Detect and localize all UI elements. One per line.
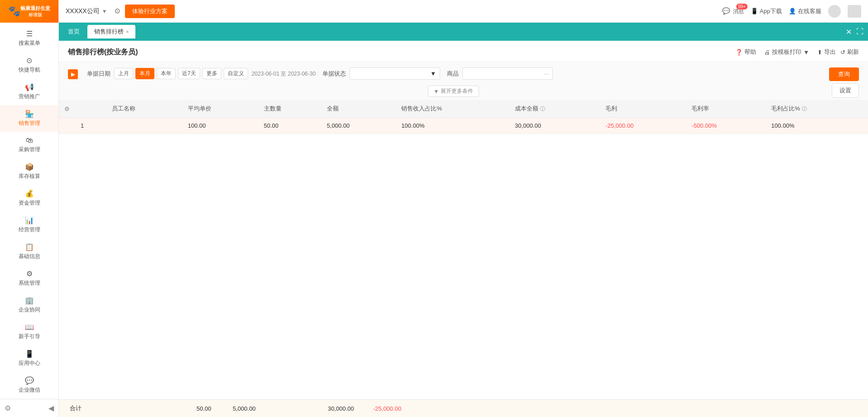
date-btn-curr-month[interactable]: 本月 <box>135 68 154 79</box>
footer-cost: 30,000.00 <box>322 405 368 412</box>
sidebar-label-finance: 资金管理 <box>19 199 40 207</box>
table-container: ⚙ 员工名称 平均单价 主数量 全额 销售收入占比% 成本全额 ⓘ 毛利 毛利率… <box>59 100 868 399</box>
tab-close-icon[interactable]: × <box>126 29 129 34</box>
tab-sales-ranking[interactable]: 销售排行榜 × <box>87 25 135 38</box>
page-header: 销售排行榜(按业务员) ❓ 帮助 🖨 按模板打印 ▼ ⬆ 导出 ↺ 刷新 <box>59 41 868 62</box>
filter-toggle-button[interactable]: ▶ <box>68 69 78 79</box>
status-filter: 单据状态 ▼ <box>322 67 440 80</box>
topbar-settings-icon[interactable]: ⚙ <box>114 7 120 15</box>
trial-button[interactable]: 体验行业方案 <box>125 5 175 18</box>
topbar-right: 💬 99+ 消息 📱 App下载 👤 在线客服 <box>722 5 861 18</box>
footer-label: 合计 <box>64 404 155 412</box>
sidebar-label-quick-nav: 快捷导航 <box>19 66 40 74</box>
date-btn-custom[interactable]: 自定义 <box>224 68 248 79</box>
online-service-button[interactable]: 👤 在线客服 <box>789 7 821 15</box>
cell-main-qty: 50.00 <box>259 118 321 134</box>
date-btn-prev-month[interactable]: 上月 <box>114 68 133 79</box>
avatar[interactable] <box>828 5 841 18</box>
sidebar-item-basic-info[interactable]: 📋基础信息 <box>0 238 58 265</box>
company-name: XXXXX公司 <box>66 7 100 15</box>
table-footer: 合计 50.00 5,000.00 30,000.00 -25,000.00 <box>59 399 868 417</box>
date-btn-curr-year[interactable]: 本年 <box>157 68 176 79</box>
tabbar-maximize-icon[interactable]: ⛶ <box>856 28 863 36</box>
print-chevron-icon: ▼ <box>803 49 809 56</box>
footer-main-qty: 50.00 <box>191 405 227 412</box>
sidebar-settings-icon[interactable]: ⚙ <box>5 404 11 412</box>
message-button[interactable]: 💬 99+ 消息 <box>722 7 744 15</box>
date-range: 2023-06-01 至 2023-06-30 <box>252 70 316 78</box>
print-label: 按模板打印 <box>772 48 801 56</box>
status-label: 单据状态 <box>322 70 346 78</box>
sidebar-item-finance[interactable]: 💰资金管理 <box>0 185 58 211</box>
sidebar-icon-quick-nav: ⊙ <box>26 56 32 65</box>
sidebar-label-marketing: 营销推广 <box>19 93 40 101</box>
sidebar-collapse-icon[interactable]: ◀ <box>48 404 54 412</box>
help-icon: ❓ <box>735 49 743 56</box>
cost-info-icon: ⓘ <box>540 106 545 111</box>
tabbar: 首页 销售排行榜 × ✕ ⛶ <box>59 23 868 41</box>
cell-avg-price: 100.00 <box>182 118 259 134</box>
col-profit-pct: 毛利占比% ⓘ <box>766 100 868 118</box>
sidebar-label-inventory: 库存核算 <box>19 173 40 180</box>
print-button[interactable]: 🖨 按模板打印 ▼ <box>761 46 813 58</box>
sidebar-item-app-center[interactable]: 📱应用中心 <box>0 345 58 372</box>
footer-profit: -25,000.00 <box>368 405 413 412</box>
sidebar-item-marketing[interactable]: 📢营销推广 <box>0 78 58 105</box>
query-button[interactable]: 查询 <box>829 67 859 81</box>
sidebar-item-system[interactable]: ⚙系统管理 <box>0 265 58 292</box>
sidebar-item-inventory[interactable]: 📦库存核算 <box>0 158 58 185</box>
sidebar-icon-system: ⚙ <box>26 269 33 278</box>
sidebar-icon-app-center: 📱 <box>25 350 34 358</box>
sidebar-item-guide[interactable]: 📖新手引导 <box>0 318 58 345</box>
date-btn-more[interactable]: 更多 <box>202 68 221 79</box>
col-profit-rate: 毛利率 <box>686 100 766 118</box>
filter-area: ▶ 单据日期 上月 本月 本年 近7天 更多 自定义 <box>59 62 868 100</box>
sidebar-item-quick-nav[interactable]: ⊙快捷导航 <box>0 52 58 78</box>
tabbar-close-icon[interactable]: ✕ <box>846 28 852 36</box>
sidebar-label-guide: 新手引导 <box>19 333 40 340</box>
date-label: 单据日期 <box>87 70 110 78</box>
date-btn-7days[interactable]: 近7天 <box>178 68 200 79</box>
expand-row: ▼ 展开更多条件 <box>87 83 820 98</box>
company-selector[interactable]: XXXXX公司 ▼ <box>66 7 107 15</box>
app-download-icon: 📱 <box>751 8 758 14</box>
sidebar-item-enterprise[interactable]: 🏢企业协同 <box>0 292 58 318</box>
sidebar-item-purchase[interactable]: 🛍采购管理 <box>0 132 58 158</box>
help-button[interactable]: ❓ 帮助 <box>735 48 756 56</box>
filter-actions: 查询 设置 <box>829 67 859 98</box>
col-settings[interactable]: ⚙ <box>59 100 75 118</box>
sidebar-label-enterprise: 企业协同 <box>19 306 40 314</box>
sidebar-label-system: 系统管理 <box>19 279 40 287</box>
cell-profit: -25,000.00 <box>600 118 686 134</box>
goods-more-icon: ··· <box>544 70 549 77</box>
goods-input[interactable]: ··· <box>462 67 553 80</box>
export-button[interactable]: ⬆ 导出 <box>817 48 836 56</box>
col-main-qty: 主数量 <box>259 100 321 118</box>
logo-line2: 标准版 <box>20 12 50 18</box>
sidebar-item-operations[interactable]: 📊经营管理 <box>0 211 58 238</box>
refresh-button[interactable]: ↺ 刷新 <box>840 48 859 56</box>
setting-button[interactable]: 设置 <box>832 83 859 98</box>
sidebar-icon-inventory: 📦 <box>25 163 34 171</box>
app-download-button[interactable]: 📱 App下载 <box>751 7 782 15</box>
expand-button[interactable]: ▼ 展开更多条件 <box>428 86 480 97</box>
sidebar-item-sales[interactable]: 🏪销售管理 <box>0 105 58 132</box>
status-select[interactable]: ▼ <box>350 67 440 80</box>
table-row: 1 100.00 50.00 5,000.00 100.00% 30,000.0… <box>59 118 868 134</box>
tab-home[interactable]: 首页 <box>61 24 86 39</box>
sidebar-item-search[interactable]: ☰搜索菜单 <box>0 25 58 52</box>
sidebar-icon-enterprise: 🏢 <box>25 296 34 305</box>
col-avg-price: 平均单价 <box>182 100 259 118</box>
expand-label: 展开更多条件 <box>441 87 473 95</box>
export-icon: ⬆ <box>817 49 822 56</box>
refresh-icon: ↺ <box>840 49 845 56</box>
sidebar-label-sales: 销售管理 <box>19 120 40 127</box>
profit-pct-info-icon: ⓘ <box>802 106 807 111</box>
app-logo: 🐾 畅康通好生意 标准版 <box>0 0 58 23</box>
export-label: 导出 <box>824 48 836 56</box>
table-header: ⚙ 员工名称 平均单价 主数量 全额 销售收入占比% 成本全额 ⓘ 毛利 毛利率… <box>59 100 868 118</box>
cell-settings <box>59 118 75 134</box>
sidebar-item-wechat[interactable]: 💬企业微信 <box>0 372 58 398</box>
main-area: XXXXX公司 ▼ ⚙ 体验行业方案 💬 99+ 消息 📱 App下载 👤 在线… <box>59 0 868 417</box>
message-badge: 99+ <box>736 4 748 10</box>
